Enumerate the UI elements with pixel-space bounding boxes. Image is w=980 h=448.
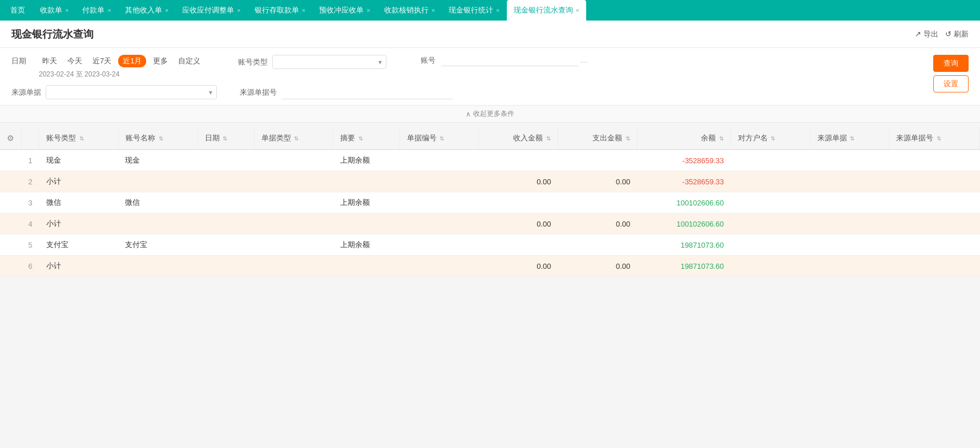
close-icon[interactable]: × — [237, 7, 240, 14]
row-settings-cell — [0, 256, 22, 277]
sort-icon-counterparty[interactable]: ⇅ — [771, 135, 775, 142]
page-title: 现金银行流水查询 — [11, 27, 94, 41]
nav-tab-cash-stats[interactable]: 现金银行统计 × — [442, 0, 506, 21]
row-date — [197, 235, 254, 256]
collapse-bar[interactable]: ∧ 收起更多条件 — [0, 105, 980, 122]
filter-area: 日期 昨天 今天 近7天 近1月 更多 自定义 2023-02-24 至 202… — [0, 48, 980, 123]
nav-tab-receipts[interactable]: 收款单 × — [33, 0, 75, 21]
row-source-doc — [810, 213, 889, 235]
row-account-type: 小计 — [39, 256, 119, 277]
export-button[interactable]: ↗ 导出 — [915, 29, 938, 39]
row-expense: 0.00 — [558, 256, 638, 277]
account-type-label: 账号类型 — [238, 57, 268, 67]
nav-tab-write-off[interactable]: 收款核销执行 × — [377, 0, 442, 21]
sort-icon-source-doc-no[interactable]: ⇅ — [937, 135, 941, 142]
table-row: 5 支付宝 支付宝 上期余额 19871073.60 — [0, 235, 980, 256]
account-dots-icon[interactable]: ... — [580, 56, 588, 64]
date-opt-today[interactable]: 今天 — [64, 55, 86, 67]
settings-button[interactable]: 设置 — [933, 75, 969, 92]
close-icon[interactable]: × — [302, 7, 305, 14]
row-summary — [333, 256, 400, 277]
account-type-select[interactable] — [272, 55, 386, 69]
sort-icon-income[interactable]: ⇅ — [546, 135, 551, 142]
sort-icon-account-name[interactable]: ⇅ — [159, 135, 163, 142]
row-number: 1 — [22, 150, 39, 171]
table-header-row: ⚙ 账号类型 ⇅ 账号名称 ⇅ 日期 ⇅ 单据类型 ⇅ — [0, 127, 980, 150]
row-counterparty — [731, 171, 810, 192]
sort-icon-doc-no[interactable]: ⇅ — [439, 135, 444, 142]
row-account-type: 小计 — [39, 213, 119, 235]
nav-tab-adjustments[interactable]: 应收应付调整单 × — [175, 0, 247, 21]
sort-icon-account-type[interactable]: ⇅ — [79, 135, 84, 142]
date-opt-more[interactable]: 更多 — [150, 55, 171, 67]
row-expense — [558, 235, 638, 256]
sort-icon-balance[interactable]: ⇅ — [719, 135, 724, 142]
row-date — [197, 171, 254, 192]
close-icon[interactable]: × — [496, 7, 499, 14]
gear-icon[interactable]: ⚙ — [7, 134, 14, 143]
data-table: ⚙ 账号类型 ⇅ 账号名称 ⇅ 日期 ⇅ 单据类型 ⇅ — [0, 127, 980, 277]
sort-icon-source-doc[interactable]: ⇅ — [850, 135, 854, 142]
close-icon[interactable]: × — [366, 7, 370, 14]
row-summary — [333, 213, 400, 235]
header-actions: ↗ 导出 ↺ 刷新 — [915, 29, 969, 39]
source-doc-select[interactable] — [46, 85, 217, 99]
row-income: 0.00 — [479, 171, 558, 192]
row-number: 5 — [22, 235, 39, 256]
row-number: 2 — [22, 171, 39, 192]
refresh-button[interactable]: ↺ 刷新 — [945, 29, 969, 39]
source-doc-no-input[interactable] — [281, 86, 453, 99]
sort-icon-summary[interactable]: ⇅ — [358, 135, 363, 142]
table-row: 1 现金 现金 上期余额 -3528659.33 — [0, 150, 980, 171]
row-source-doc-no — [889, 235, 980, 256]
close-icon[interactable]: × — [65, 7, 68, 14]
row-doc-no — [400, 171, 479, 192]
close-icon[interactable]: × — [431, 7, 435, 14]
source-doc-label: 来源单据 — [11, 87, 41, 98]
sort-icon-doc-type[interactable]: ⇅ — [294, 135, 299, 142]
sort-icon-expense[interactable]: ⇅ — [626, 135, 630, 142]
row-number: 4 — [22, 213, 39, 235]
nav-tab-payments[interactable]: 付款单 × — [75, 0, 118, 21]
close-icon[interactable]: × — [576, 7, 579, 14]
nav-tab-bank-deposits[interactable]: 银行存取款单 × — [248, 0, 312, 21]
col-num — [22, 127, 39, 150]
close-icon[interactable]: × — [107, 7, 111, 14]
row-doc-type — [254, 150, 333, 171]
close-icon[interactable]: × — [165, 7, 168, 14]
nav-tab-prepay-offset[interactable]: 预收冲应收单 × — [312, 0, 377, 21]
date-filter-label: 日期 — [11, 56, 34, 66]
row-summary — [333, 171, 400, 192]
query-button[interactable]: 查询 — [933, 55, 969, 72]
account-input[interactable] — [441, 55, 578, 66]
row-source-doc-no — [889, 150, 980, 171]
table-body: 1 现金 现金 上期余额 -3528659.33 2 小计 0.00 0.00 … — [0, 150, 980, 277]
col-doc-type: 单据类型 ⇅ — [254, 127, 333, 150]
row-source-doc — [810, 192, 889, 213]
date-opt-yesterday[interactable]: 昨天 — [39, 55, 61, 67]
date-opt-1month[interactable]: 近1月 — [118, 55, 146, 67]
row-counterparty — [731, 256, 810, 277]
chevron-up-icon: ∧ — [466, 110, 471, 118]
row-doc-no — [400, 256, 479, 277]
row-source-doc-no — [889, 256, 980, 277]
row-balance: 19871073.60 — [637, 235, 731, 256]
row-doc-no — [400, 150, 479, 171]
col-settings: ⚙ — [0, 127, 22, 150]
col-account-name: 账号名称 ⇅ — [118, 127, 197, 150]
row-account-type: 微信 — [39, 192, 119, 213]
row-balance: 100102606.60 — [637, 192, 731, 213]
account-type-select-wrapper — [272, 55, 386, 69]
account-input-wrapper: ... — [441, 55, 588, 66]
date-opt-7days[interactable]: 近7天 — [89, 55, 115, 67]
export-icon: ↗ — [915, 30, 921, 38]
nav-tab-cash-flow[interactable]: 现金银行流水查询 × — [507, 0, 586, 21]
col-balance: 余额 ⇅ — [637, 127, 731, 150]
row-settings-cell — [0, 235, 22, 256]
nav-tab-other-income[interactable]: 其他收入单 × — [118, 0, 175, 21]
date-opt-custom[interactable]: 自定义 — [175, 55, 204, 67]
nav-home[interactable]: 首页 — [2, 0, 33, 21]
sort-icon-date[interactable]: ⇅ — [223, 135, 227, 142]
row-date — [197, 192, 254, 213]
row-settings-cell — [0, 150, 22, 171]
